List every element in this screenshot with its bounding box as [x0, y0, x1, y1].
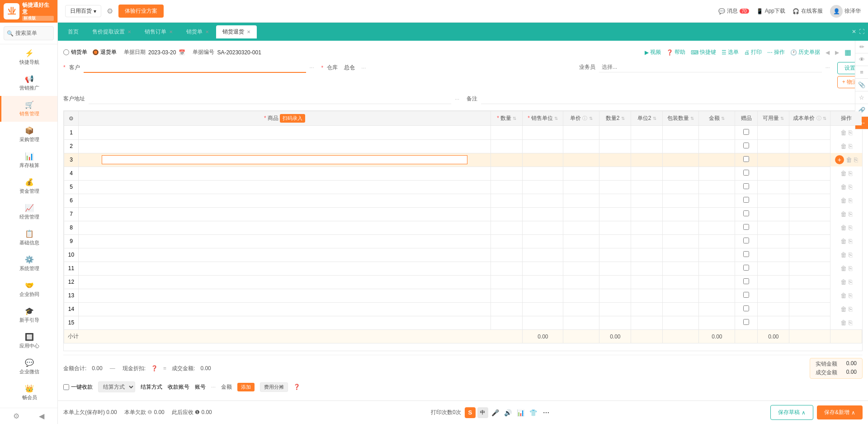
tab-sale-return-close-icon[interactable]: ✕: [247, 29, 250, 34]
qty2-cell[interactable]: [599, 262, 631, 275]
app-download-button[interactable]: 📱 App下载: [756, 7, 785, 15]
delete-row-button[interactable]: 🗑: [840, 197, 847, 204]
address-input[interactable]: [89, 94, 451, 104]
sale-unit-cell[interactable]: [523, 289, 563, 302]
sidebar-item-enterprise-wechat[interactable]: 💬 企业微信: [0, 354, 57, 380]
copy-row-button[interactable]: ⎘: [849, 210, 852, 218]
available-cell[interactable]: [758, 316, 789, 330]
unit-price-info-icon[interactable]: ⓘ: [582, 115, 587, 121]
unit2-cell[interactable]: [631, 248, 663, 262]
gift-checkbox[interactable]: [743, 183, 749, 189]
unit-price-cell[interactable]: [563, 167, 599, 180]
unit-price-cell[interactable]: [563, 234, 599, 248]
qty2-cell[interactable]: [599, 275, 631, 289]
sale-unit-cell[interactable]: [523, 248, 563, 262]
sale-unit-cell[interactable]: [523, 234, 563, 248]
history-action[interactable]: 🕐 历史单据: [790, 48, 820, 56]
available-cell[interactable]: [758, 126, 789, 140]
qty-cell[interactable]: [491, 126, 523, 140]
sale-unit-cell[interactable]: [523, 167, 563, 180]
gift-cell[interactable]: [735, 153, 758, 167]
unit-price-cell[interactable]: [563, 262, 599, 275]
discount-question-icon[interactable]: ❓: [151, 365, 158, 372]
available-cell[interactable]: [758, 234, 789, 248]
cost-price-cell[interactable]: [789, 275, 830, 289]
qty2-cell[interactable]: [599, 167, 631, 180]
gift-checkbox[interactable]: [743, 156, 749, 162]
qty-cell[interactable]: [491, 139, 523, 153]
sidebar-item-finance[interactable]: 💰 资金管理: [0, 173, 57, 199]
available-cell[interactable]: [758, 289, 789, 302]
unit2-cell[interactable]: [631, 316, 663, 330]
radio-return-input[interactable]: [93, 49, 99, 55]
fee-split-button[interactable]: 费用分摊: [260, 382, 288, 392]
footer-zh-icon[interactable]: 中: [477, 407, 488, 418]
product-cell[interactable]: [79, 275, 491, 289]
qty2-cell[interactable]: [599, 194, 631, 207]
sidebar-item-enterprise[interactable]: 🤝 企业协同: [0, 276, 57, 302]
sale-unit-cell[interactable]: [523, 139, 563, 153]
amount-cell[interactable]: [699, 234, 735, 248]
sidebar-item-inventory[interactable]: 📊 库存核算: [0, 148, 57, 173]
search-menu-button[interactable]: 🔍 搜索菜单: [4, 26, 54, 40]
amount-cell[interactable]: [699, 139, 735, 153]
available-sort-icon[interactable]: ⇅: [780, 116, 784, 121]
radio-sale-input[interactable]: [63, 49, 69, 55]
gift-cell[interactable]: [735, 194, 758, 207]
unit-price-cell[interactable]: [563, 316, 599, 330]
sidebar-item-sales-mgmt[interactable]: 🛒 销售管理: [0, 96, 57, 122]
delete-row-button[interactable]: 🗑: [840, 210, 847, 218]
online-service-button[interactable]: 🎧 在线客服: [793, 7, 823, 15]
cost-price-cell[interactable]: [789, 289, 830, 302]
unit-price-cell[interactable]: [563, 275, 599, 289]
gift-cell[interactable]: [735, 221, 758, 234]
quick-right-eye[interactable]: 👁: [855, 53, 868, 66]
sale-unit-cell[interactable]: [523, 316, 563, 330]
amount-cell[interactable]: [699, 289, 735, 302]
save-new-button[interactable]: 保存&新增 ∧: [817, 405, 863, 419]
qty-cell[interactable]: [491, 289, 523, 302]
cost-price-cell[interactable]: [789, 262, 830, 275]
copy-row-button[interactable]: ⎘: [849, 183, 852, 191]
pack-qty-cell[interactable]: [663, 221, 699, 234]
pack-qty-cell[interactable]: [663, 234, 699, 248]
quick-right-attachment[interactable]: 📎: [855, 79, 868, 91]
product-cell[interactable]: [79, 153, 491, 167]
amount-cell[interactable]: [699, 248, 735, 262]
sidebar-item-member[interactable]: 👑 畅会员: [0, 380, 57, 405]
qty-cell[interactable]: [491, 302, 523, 316]
product-cell[interactable]: [79, 207, 491, 221]
cost-price-cell[interactable]: [789, 153, 830, 167]
delete-row-button[interactable]: 🗑: [840, 143, 847, 150]
qty-sort-icon[interactable]: ⇅: [513, 116, 516, 121]
unit2-cell[interactable]: [631, 153, 663, 167]
copy-row-button[interactable]: ⎘: [849, 143, 852, 150]
delete-row-button[interactable]: 🗑: [840, 224, 847, 231]
tab-sale-price[interactable]: 售价提取设置 ✕: [86, 25, 137, 38]
unit-price-sort-icon[interactable]: ⇅: [589, 116, 593, 121]
qty2-cell[interactable]: [599, 153, 631, 167]
sale-unit-cell[interactable]: [523, 180, 563, 194]
unit-price-cell[interactable]: [563, 139, 599, 153]
amount-cell[interactable]: [699, 180, 735, 194]
available-cell[interactable]: [758, 194, 789, 207]
sidebar-item-newbie[interactable]: 🎓 新手引导: [0, 302, 57, 328]
unit2-cell[interactable]: [631, 234, 663, 248]
delete-row-button[interactable]: 🗑: [840, 183, 847, 191]
one-key-pay-check[interactable]: 一键收款: [63, 383, 93, 391]
gift-checkbox[interactable]: [743, 305, 749, 311]
delete-row-button[interactable]: 🗑: [840, 170, 847, 177]
amount-cell[interactable]: [699, 316, 735, 330]
tab-sale-price-close-icon[interactable]: ✕: [127, 29, 131, 34]
product-cell[interactable]: [79, 248, 491, 262]
copy-row-button[interactable]: ⎘: [849, 197, 852, 204]
qty-cell[interactable]: [491, 153, 523, 167]
product-cell[interactable]: [79, 262, 491, 275]
qty2-cell[interactable]: [599, 207, 631, 221]
cost-price-cell[interactable]: [789, 302, 830, 316]
gift-cell[interactable]: [735, 126, 758, 140]
available-cell[interactable]: [758, 139, 789, 153]
amount-cell[interactable]: [699, 275, 735, 289]
gift-checkbox[interactable]: [743, 170, 749, 176]
pack-qty-cell[interactable]: [663, 153, 699, 167]
